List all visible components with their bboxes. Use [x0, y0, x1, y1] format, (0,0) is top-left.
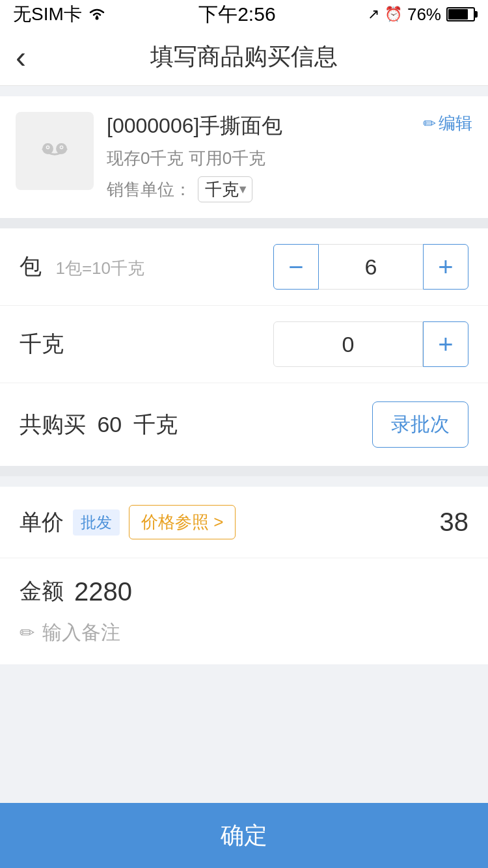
- kg-plus-button[interactable]: +: [423, 321, 468, 367]
- confirm-bar[interactable]: 确定: [0, 803, 488, 868]
- bag-minus-button[interactable]: −: [273, 244, 319, 290]
- note-icon: ✏: [20, 622, 34, 644]
- battery-percent: 76%: [407, 5, 441, 25]
- price-section: 单价 批发 价格参照 > 38: [0, 487, 488, 558]
- product-card: [0000006]手撕面包 ✏ 编辑 现存0千克 可用0千克 销售单位： 千克 …: [0, 96, 488, 218]
- edit-button[interactable]: ✏ 编辑: [423, 112, 472, 135]
- input-section: 包 1包=10千克 − + 千克 +: [0, 228, 488, 383]
- kg-input-row: 千克 +: [0, 306, 488, 383]
- location-icon: ↗: [368, 6, 379, 23]
- price-left: 单价 批发 价格参照 >: [20, 505, 236, 539]
- batch-button[interactable]: 录批次: [372, 401, 468, 448]
- amount-section: 金额 2280 ✏ 输入备注: [0, 558, 488, 664]
- bag-quantity-input[interactable]: [319, 244, 423, 290]
- price-ref-button[interactable]: 价格参照 >: [129, 505, 236, 539]
- unit-select-wrap[interactable]: 千克 包: [198, 176, 252, 202]
- note-row[interactable]: ✏ 输入备注: [20, 619, 468, 646]
- bag-label: 包 1包=10千克: [20, 252, 273, 282]
- total-row: 共购买 60 千克 录批次: [0, 383, 488, 466]
- status-bar: 无SIM卡 下午2:56 ↗ ⏰ 76%: [0, 0, 488, 29]
- status-time: 下午2:56: [198, 1, 275, 28]
- svg-point-6: [61, 146, 62, 148]
- amount-row: 金额 2280: [20, 576, 468, 606]
- bag-quantity-control: − +: [273, 244, 468, 290]
- separator-2: [0, 466, 488, 476]
- note-placeholder[interactable]: 输入备注: [42, 619, 120, 646]
- carrier-text: 无SIM卡: [13, 2, 82, 27]
- product-info: [0000006]手撕面包 ✏ 编辑 现存0千克 可用0千克 销售单位： 千克 …: [107, 112, 472, 202]
- product-stock: 现存0千克 可用0千克: [107, 147, 472, 170]
- unit-select[interactable]: 千克 包: [198, 176, 252, 202]
- product-unit-row: 销售单位： 千克 包: [107, 176, 472, 202]
- product-thumbnail: [16, 112, 94, 190]
- bag-input-row: 包 1包=10千克 − +: [0, 228, 488, 306]
- status-carrier: 无SIM卡: [13, 2, 107, 27]
- page-title: 填写商品购买信息: [150, 41, 338, 73]
- total-amount: 60: [97, 412, 122, 437]
- bag-hint: 1包=10千克: [55, 258, 144, 278]
- confirm-button[interactable]: 确定: [221, 820, 267, 852]
- price-value: 38: [440, 508, 469, 537]
- alarm-icon: ⏰: [385, 6, 402, 23]
- product-name: [0000006]手撕面包: [107, 112, 282, 141]
- svg-point-5: [47, 146, 49, 148]
- wifi-icon: [87, 4, 107, 25]
- back-button[interactable]: ‹: [16, 39, 26, 75]
- bag-plus-button[interactable]: +: [423, 244, 468, 290]
- price-tag: 批发: [73, 509, 120, 536]
- battery-icon: [446, 7, 475, 21]
- amount-value: 2280: [74, 577, 132, 606]
- price-label: 单价: [20, 508, 64, 537]
- kg-quantity-control: +: [273, 321, 468, 367]
- total-text: 共购买 60 千克: [20, 410, 178, 440]
- status-right: ↗ ⏰ 76%: [368, 5, 475, 25]
- kg-quantity-input[interactable]: [273, 321, 423, 367]
- product-logo-icon: [32, 128, 77, 174]
- edit-icon: ✏: [423, 115, 436, 133]
- kg-label: 千克: [20, 329, 273, 359]
- nav-bar: ‹ 填写商品购买信息: [0, 29, 488, 86]
- separator-1: [0, 218, 488, 228]
- amount-label: 金额: [20, 576, 64, 606]
- svg-point-0: [95, 17, 98, 20]
